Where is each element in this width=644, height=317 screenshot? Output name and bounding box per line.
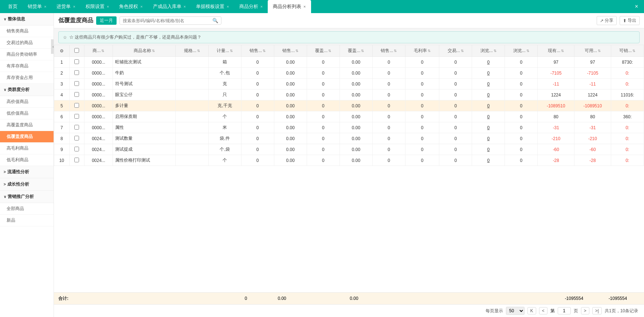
sidebar-item-in-stock-goods[interactable]: 有库存商品 (0, 60, 54, 72)
cell-browse1[interactable]: 0 (472, 111, 505, 122)
nav-tab-template-settings[interactable]: 单据模板设置 × (191, 0, 234, 13)
close-icon[interactable]: × (107, 4, 109, 9)
share-button[interactable]: ↗ 分享 (597, 16, 617, 25)
sidebar-section-overall[interactable]: ∨ 整体信息 (0, 13, 54, 25)
nav-tab-permissions[interactable]: 权限设置 × (80, 0, 114, 13)
cell-browse1[interactable]: 0 (472, 90, 505, 100)
row-checkbox[interactable] (74, 147, 79, 151)
sidebar-section-liquidity[interactable]: > 流通性分析 (0, 166, 54, 178)
col-available-stock[interactable]: 可用...⇅ (574, 45, 611, 57)
row-checkbox[interactable] (74, 70, 79, 75)
cell-checkbox[interactable] (69, 133, 84, 144)
close-icon[interactable]: × (260, 4, 263, 9)
prev-page-button[interactable]: < (539, 307, 547, 314)
nav-tab-product-analysis-list[interactable]: 商品分析列表 × (268, 0, 311, 13)
col-gross-margin[interactable]: 毛利率⇅ (405, 45, 439, 57)
next-page-button[interactable]: > (581, 307, 589, 314)
nav-tab-finished-goods[interactable]: 产成品入库单 × (148, 0, 191, 13)
col-sales3[interactable]: 销售...⇅ (372, 45, 405, 57)
cell-index: 6 (54, 111, 70, 122)
last-page-button[interactable]: >| (592, 307, 602, 314)
col-current-stock[interactable]: 现有...⇅ (538, 45, 574, 57)
cell-checkbox[interactable] (69, 122, 84, 133)
close-icon[interactable]: × (140, 4, 142, 9)
close-icon[interactable]: × (73, 4, 75, 9)
cell-browse1[interactable]: 0 (472, 68, 505, 79)
row-checkbox[interactable] (74, 158, 79, 162)
sidebar-item-low-margin[interactable]: 低毛利商品 (0, 154, 54, 166)
filter-date-button[interactable]: 近一月 (96, 16, 117, 25)
col-spec[interactable]: 规格...⇅ (176, 45, 208, 57)
cell-browse1[interactable]: 0 (472, 100, 505, 111)
search-input[interactable] (123, 18, 212, 23)
sidebar-item-category-sales-rate[interactable]: 商品分类动销率 (0, 49, 54, 60)
sidebar-section-growth[interactable]: > 成长性分析 (0, 178, 54, 191)
sidebar-item-traded-goods[interactable]: 交易过的商品 (0, 37, 54, 49)
cell-checkbox[interactable] (69, 144, 84, 155)
close-icon[interactable]: × (227, 4, 229, 9)
row-checkbox[interactable] (74, 59, 79, 64)
cell-browse1[interactable]: 0 (472, 122, 505, 133)
first-page-button[interactable]: K (527, 307, 536, 314)
cell-index: 10 (54, 155, 70, 166)
page-size-select[interactable]: 50 100 200 (506, 307, 525, 315)
cell-browse1[interactable]: 0 (472, 57, 505, 68)
col-browse2[interactable]: 浏览...⇅ (505, 45, 538, 57)
sidebar-item-sales-goods[interactable]: 销售类商品 (0, 25, 54, 37)
cell-browse1[interactable]: 0 (472, 79, 505, 90)
sidebar-section-cluster[interactable]: ∨ 类群度分析 (0, 84, 54, 96)
cell-checkbox[interactable] (69, 79, 84, 90)
cell-checkbox[interactable] (69, 90, 84, 100)
sidebar-item-low-coverage[interactable]: 低覆盖度商品 (0, 131, 54, 143)
col-unit[interactable]: 计量...⇅ (208, 45, 241, 57)
col-sales-amt[interactable]: 销售...⇅ (274, 45, 307, 57)
sidebar-item-new-goods[interactable]: 新品 (0, 215, 54, 226)
close-icon[interactable]: × (184, 4, 186, 9)
sidebar-section-marketing[interactable]: ∨ 营销推广分析 (0, 191, 54, 203)
cell-index: 2 (54, 68, 70, 79)
nav-tab-home[interactable]: 首页 (3, 0, 23, 13)
sidebar-item-high-margin[interactable]: 高毛利商品 (0, 143, 54, 154)
row-checkbox[interactable] (74, 136, 79, 140)
col-saleable[interactable]: 可销...⇅ (611, 45, 644, 57)
close-icon[interactable]: × (303, 4, 306, 9)
close-all-tabs[interactable]: × (632, 3, 641, 10)
close-icon[interactable]: × (44, 4, 46, 9)
col-code[interactable]: 商...⇅ (84, 45, 113, 57)
sidebar-item-low-value[interactable]: 低价值商品 (0, 108, 54, 119)
sidebar-item-all-goods[interactable]: 全部商品 (0, 203, 54, 215)
cell-checkbox[interactable] (69, 68, 84, 79)
row-checkbox[interactable] (74, 103, 79, 108)
row-checkbox[interactable] (74, 114, 79, 119)
cell-transaction: 0 (439, 111, 472, 122)
col-coverage1[interactable]: 覆盖...⇅ (307, 45, 339, 57)
row-checkbox[interactable] (74, 92, 79, 97)
cell-checkbox[interactable] (69, 111, 84, 122)
col-settings[interactable]: ⚙ (54, 45, 70, 57)
sidebar-item-high-coverage[interactable]: 高覆盖度商品 (0, 119, 54, 131)
col-sales-qty[interactable]: 销售...⇅ (241, 45, 274, 57)
current-page-input[interactable] (558, 307, 571, 314)
nav-tab-roles[interactable]: 角色授权 × (114, 0, 148, 13)
cell-browse1[interactable]: 0 (472, 133, 505, 144)
export-button[interactable]: ⬆ 导出 (620, 16, 640, 25)
col-browse1[interactable]: 浏览...⇅ (472, 45, 505, 57)
nav-tab-purchase[interactable]: 进货单 × (51, 0, 80, 13)
col-coverage2[interactable]: 覆盖...⇅ (339, 45, 372, 57)
nav-tab-sales[interactable]: 销货单 × (23, 0, 51, 13)
sidebar-item-high-value[interactable]: 高价值商品 (0, 96, 54, 108)
row-checkbox[interactable] (74, 125, 79, 130)
cell-checkbox[interactable] (69, 100, 84, 111)
select-all-checkbox[interactable] (74, 48, 79, 53)
cell-checkbox[interactable] (69, 57, 84, 68)
sidebar-collapse-button[interactable]: « (51, 39, 54, 54)
cell-browse1[interactable]: 0 (472, 155, 505, 166)
sidebar-item-inventory-funds[interactable]: 库存资金占用 (0, 72, 54, 84)
nav-tab-product-analysis[interactable]: 商品分析 × (234, 0, 268, 13)
row-checkbox[interactable] (74, 81, 79, 86)
cell-checkbox[interactable] (69, 155, 84, 166)
cell-browse1[interactable]: 0 (472, 144, 505, 155)
col-transaction[interactable]: 交易...⇅ (439, 45, 472, 57)
col-checkbox[interactable] (69, 45, 84, 57)
col-name[interactable]: 商品名称⇅ (113, 45, 176, 57)
